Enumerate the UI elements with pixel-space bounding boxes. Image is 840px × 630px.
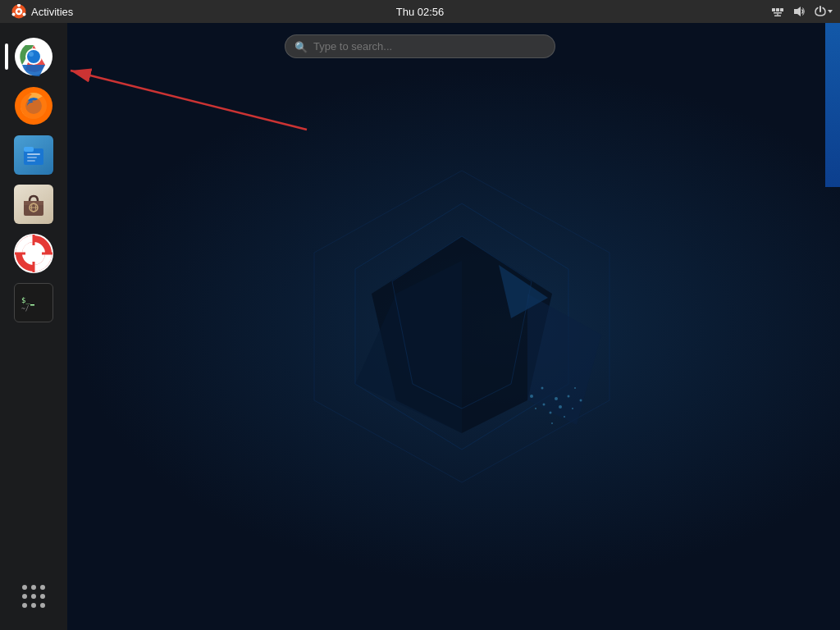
desktop-geometric	[290, 154, 634, 499]
power-chevron-icon	[827, 8, 833, 15]
svg-point-10	[541, 387, 544, 390]
activities-label: Activities	[31, 6, 73, 18]
dot8	[31, 603, 36, 608]
help-icon	[14, 234, 53, 273]
desktop	[0, 23, 840, 630]
dot1	[22, 585, 27, 590]
firefox-icon	[14, 86, 53, 126]
top-panel: Activities Thu 02:56	[0, 0, 840, 23]
dot9	[40, 603, 45, 608]
search-container: 🔍	[285, 34, 555, 58]
svg-text:$_: $_	[21, 296, 30, 304]
svg-point-35	[27, 50, 40, 63]
svg-rect-42	[27, 153, 40, 155]
files-icon	[14, 135, 53, 175]
svg-point-13	[568, 395, 570, 398]
svg-point-12	[559, 405, 562, 409]
svg-point-9	[555, 397, 558, 400]
svg-point-11	[550, 412, 552, 414]
dot4	[22, 594, 27, 599]
svg-point-18	[551, 422, 553, 424]
terminal-icon: $_ ~/	[14, 283, 53, 322]
sidebar-item-help[interactable]	[11, 231, 56, 276]
volume-indicator[interactable]	[792, 5, 806, 18]
svg-point-17	[535, 408, 536, 409]
dot3	[40, 585, 45, 590]
panel-datetime[interactable]: Thu 02:56	[396, 6, 445, 18]
sidebar-dock: $_ ~/	[0, 23, 67, 630]
svg-point-23	[23, 13, 26, 16]
volume-icon	[792, 5, 806, 18]
panel-right	[771, 5, 833, 18]
svg-rect-26	[776, 8, 779, 11]
svg-point-36	[29, 52, 34, 57]
dot5	[31, 594, 36, 599]
svg-point-16	[580, 399, 582, 402]
sidebar-item-appgrid[interactable]	[11, 574, 56, 619]
svg-marker-31	[794, 7, 801, 16]
network-indicator[interactable]	[771, 5, 784, 18]
svg-rect-41	[24, 147, 34, 152]
appgrid-icon	[14, 577, 53, 616]
search-input[interactable]	[285, 34, 555, 58]
svg-point-14	[572, 408, 573, 409]
activities-button[interactable]: Activities	[7, 2, 78, 21]
sidebar-item-chrome[interactable]	[11, 34, 56, 79]
svg-rect-60	[30, 304, 34, 306]
panel-left: Activities	[7, 2, 78, 21]
power-indicator[interactable]	[814, 5, 833, 18]
svg-point-7	[530, 395, 533, 398]
power-icon	[814, 5, 827, 18]
svg-rect-43	[27, 157, 37, 158]
dot7	[22, 603, 27, 608]
svg-rect-28	[774, 12, 782, 14]
svg-point-8	[543, 404, 546, 406]
svg-rect-27	[780, 8, 783, 11]
svg-marker-3	[527, 294, 601, 425]
svg-point-24	[12, 13, 16, 16]
chrome-icon	[14, 37, 53, 76]
svg-point-19	[574, 387, 576, 389]
svg-rect-29	[777, 14, 778, 16]
sidebar-item-store[interactable]	[11, 182, 56, 226]
svg-marker-32	[828, 10, 833, 13]
dot6	[40, 594, 45, 599]
right-preview-strip	[825, 23, 840, 187]
sidebar-item-terminal[interactable]: $_ ~/	[11, 281, 56, 325]
svg-text:~/: ~/	[21, 305, 30, 313]
svg-point-15	[564, 416, 565, 418]
svg-rect-44	[27, 160, 35, 162]
ubuntu-logo-icon	[11, 4, 26, 19]
store-icon	[14, 185, 53, 224]
svg-rect-25	[772, 8, 775, 11]
svg-rect-30	[774, 16, 781, 17]
datetime-text: Thu 02:56	[396, 6, 445, 18]
sidebar-item-firefox[interactable]	[11, 84, 56, 128]
svg-point-53	[25, 245, 42, 262]
sidebar-item-files[interactable]	[11, 133, 56, 177]
network-icon	[771, 5, 784, 18]
dot2	[31, 585, 36, 590]
